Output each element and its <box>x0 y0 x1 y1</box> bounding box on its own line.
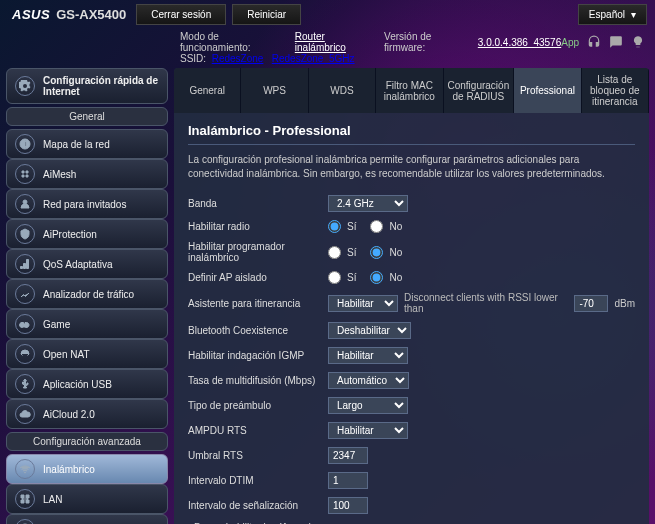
enable_sched-yes[interactable] <box>328 246 341 259</box>
sidebar-item-label: Open NAT <box>43 349 90 360</box>
band-select[interactable]: 2.4 GHz <box>328 195 408 212</box>
enable_radio-no[interactable] <box>370 220 383 233</box>
sidebar-item-aplicación-usb[interactable]: Aplicación USB <box>6 369 168 399</box>
light-icon[interactable] <box>631 35 645 49</box>
cloud-icon <box>15 404 35 424</box>
enable_radio-label: Habilitar radio <box>188 221 328 232</box>
fw-label: Versión de firmware: <box>384 31 475 53</box>
band-label: Banda <box>188 198 328 209</box>
sidebar-item-aiprotection[interactable]: AiProtection <box>6 219 168 249</box>
brand-text: ASUS <box>12 7 50 22</box>
sidebar-item-label: Aplicación USB <box>43 379 112 390</box>
fw-link[interactable]: 3.0.0.4.386_43576 <box>478 37 561 48</box>
sidebar-item-label: AiCloud 2.0 <box>43 409 95 420</box>
sidebar-item-analizador-de-tráfico[interactable]: Analizador de tráfico <box>6 279 168 309</box>
dtim-input[interactable] <box>328 472 368 489</box>
wan-icon <box>15 519 35 524</box>
language-select[interactable]: Español ▾ <box>578 4 647 25</box>
panel-desc: La configuración profesional inalámbrica… <box>188 153 635 181</box>
analyzer-icon <box>15 284 35 304</box>
yes-label: Sí <box>347 247 356 258</box>
mcast-select[interactable]: Automático <box>328 372 409 389</box>
sidebar-item-label: Game <box>43 319 70 330</box>
sidebar-item-label: Mapa de la red <box>43 139 110 150</box>
tab-professional[interactable]: Professional <box>514 68 581 113</box>
wifi-icon <box>15 459 35 479</box>
sidebar-item-aicloud-2.0[interactable]: AiCloud 2.0 <box>6 399 168 429</box>
panel-title: Inalámbrico - Professional <box>188 123 635 145</box>
ampdu-select[interactable]: Habilitar <box>328 422 408 439</box>
quick-setup-label: Configuración rápida de Internet <box>43 75 159 97</box>
sidebar-item-label: LAN <box>43 494 62 505</box>
rts-label: Umbral RTS <box>188 450 328 461</box>
yes-label: Sí <box>347 272 356 283</box>
tab-general[interactable]: General <box>174 68 241 113</box>
isolated_ap-label: Definir AP aislado <box>188 272 328 283</box>
model-text: GS-AX5400 <box>56 7 126 22</box>
sidebar-item-red-para-invitados[interactable]: Red para invitados <box>6 189 168 219</box>
sidebar-item-game[interactable]: Game <box>6 309 168 339</box>
tab-wds[interactable]: WDS <box>309 68 376 113</box>
lan-icon <box>15 489 35 509</box>
sidebar-item-mapa-de-la-red[interactable]: Mapa de la red <box>6 129 168 159</box>
sidebar-item-open-nat[interactable]: Open NAT <box>6 339 168 369</box>
sidebar-item-label: AiMesh <box>43 169 76 180</box>
tab-lista-de-bloqueo-de-itinerancia[interactable]: Lista de bloqueo de itinerancia <box>582 68 649 113</box>
sidebar: Configuración rápida de Internet General… <box>6 68 168 524</box>
language-label: Español <box>589 9 625 20</box>
ssid2-link[interactable]: RedesZone_5GHz <box>272 53 355 64</box>
mode-label: Modo de funcionamiento: <box>180 31 292 53</box>
tab-configuración-de-radius[interactable]: Configuración de RADIUS <box>444 68 515 113</box>
sidebar-item-qos-adaptativa[interactable]: QoS Adaptativa <box>6 249 168 279</box>
mcast-label: Tasa de multidifusión (Mbps) <box>188 375 328 386</box>
general-header: General <box>6 107 168 126</box>
isolated_ap-no[interactable] <box>370 271 383 284</box>
isolated_ap-yes[interactable] <box>328 271 341 284</box>
tab-filtro-mac-inalámbrico[interactable]: Filtro MAC inalámbrico <box>376 68 443 113</box>
enable_sched-no[interactable] <box>370 246 383 259</box>
igmp-label: Habilitar indagación IGMP <box>188 350 328 361</box>
quick-setup[interactable]: Configuración rápida de Internet <box>6 68 168 104</box>
reboot-button[interactable]: Reiniciar <box>232 4 301 25</box>
shield-icon <box>15 224 35 244</box>
advanced-header: Configuración avanzada <box>6 432 168 451</box>
roaming-select[interactable]: Habilitar <box>328 295 398 312</box>
nat-icon <box>15 344 35 364</box>
sidebar-item-wan[interactable]: WAN <box>6 514 168 524</box>
sidebar-item-inalámbrico[interactable]: Inalámbrico <box>6 454 168 484</box>
ssid1-link[interactable]: RedesZone <box>212 53 264 64</box>
ssid-label: SSID: <box>180 53 206 64</box>
yes-label: Sí <box>347 221 356 232</box>
no-label: No <box>389 221 402 232</box>
sidebar-item-label: Analizador de tráfico <box>43 289 134 300</box>
tab-wps[interactable]: WPS <box>241 68 308 113</box>
beacon-input[interactable] <box>328 497 368 514</box>
guest-icon <box>15 194 35 214</box>
sidebar-item-aimesh[interactable]: AiMesh <box>6 159 168 189</box>
feedback-icon[interactable] <box>609 35 623 49</box>
gear-icon <box>15 76 35 96</box>
mode-link[interactable]: Router inalámbrico <box>295 31 379 53</box>
preamble-select[interactable]: Largo <box>328 397 408 414</box>
rts-input[interactable] <box>328 447 368 464</box>
igmp-select[interactable]: Habilitar <box>328 347 408 364</box>
sidebar-item-label: QoS Adaptativa <box>43 259 113 270</box>
sidebar-item-label: Red para invitados <box>43 199 126 210</box>
rssi-unit: dBm <box>614 298 635 309</box>
logout-button[interactable]: Cerrar sesión <box>136 4 226 25</box>
headset-icon[interactable] <box>587 35 601 49</box>
rssi-input[interactable] <box>574 295 608 312</box>
chevron-down-icon: ▾ <box>631 9 636 20</box>
enable_radio-yes[interactable] <box>328 220 341 233</box>
enable_sched-label: Habilitar programador inalámbrico <box>188 241 328 263</box>
mesh-icon <box>15 164 35 184</box>
roaming-hint: Disconnect clients with RSSI lower than <box>404 292 568 314</box>
tab-bar: GeneralWPSWDSFiltro MAC inalámbricoConfi… <box>174 68 649 113</box>
bt_coex-select[interactable]: Deshabilitar <box>328 322 411 339</box>
no-label: No <box>389 272 402 283</box>
sidebar-item-lan[interactable]: LAN <box>6 484 168 514</box>
no-label: No <box>389 247 402 258</box>
ampdu-label: AMPDU RTS <box>188 425 328 436</box>
app-link[interactable]: App <box>561 37 579 48</box>
preamble-label: Tipo de preámbulo <box>188 400 328 411</box>
